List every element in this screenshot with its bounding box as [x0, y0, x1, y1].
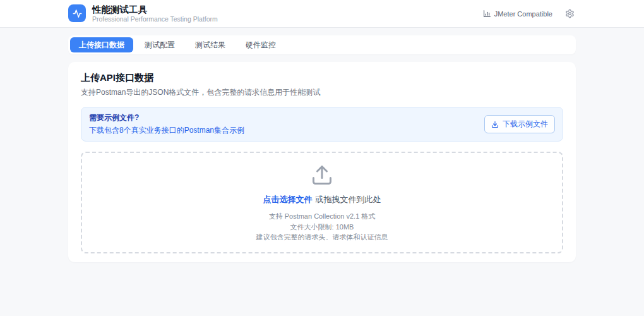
main-content: 上传接口数据 测试配置 测试结果 硬件监控 上传API接口数据 支持Postma… — [68, 28, 576, 262]
file-dropzone[interactable]: 点击选择文件或拖拽文件到此处 支持 Postman Collection v2.… — [81, 152, 563, 253]
download-button-label: 下载示例文件 — [503, 119, 548, 130]
brand: 性能测试工具 Professional Performance Testing … — [68, 4, 218, 23]
upload-card: 上传API接口数据 支持Postman导出的JSON格式文件，包含完整的请求信息… — [68, 62, 576, 262]
app-header: 性能测试工具 Professional Performance Testing … — [0, 0, 644, 28]
sample-question: 需要示例文件? — [89, 112, 244, 123]
tab-upload-api-data[interactable]: 上传接口数据 — [70, 37, 133, 52]
upload-icon — [88, 164, 556, 189]
hint-size: 文件大小限制: 10MB — [88, 222, 556, 233]
tab-test-results[interactable]: 测试结果 — [186, 37, 234, 52]
app-logo — [68, 4, 86, 22]
sample-subtitle: 下载包含8个真实业务接口的Postman集合示例 — [89, 125, 244, 136]
gear-icon — [565, 9, 575, 18]
dropzone-main-text: 点击选择文件或拖拽文件到此处 — [88, 194, 556, 205]
app-subtitle: Professional Performance Testing Platfor… — [92, 15, 218, 23]
card-title: 上传API接口数据 — [81, 72, 563, 84]
header-right: JMeter Compatible — [483, 8, 576, 20]
jmeter-compatible-badge: JMeter Compatible — [483, 9, 552, 18]
settings-button[interactable] — [564, 8, 576, 20]
tab-bar: 上传接口数据 测试配置 测试结果 硬件监控 — [68, 35, 576, 54]
dropzone-hints: 支持 Postman Collection v2.1 格式 文件大小限制: 10… — [88, 211, 556, 243]
bar-chart-icon — [483, 9, 491, 18]
sample-file-banner: 需要示例文件? 下载包含8个真实业务接口的Postman集合示例 下载示例文件 — [81, 107, 563, 142]
sample-file-text: 需要示例文件? 下载包含8个真实业务接口的Postman集合示例 — [89, 112, 244, 136]
download-icon — [491, 121, 499, 128]
app-title: 性能测试工具 — [92, 4, 218, 15]
brand-text: 性能测试工具 Professional Performance Testing … — [92, 4, 218, 23]
activity-pulse-icon — [73, 9, 82, 18]
tab-test-config[interactable]: 测试配置 — [136, 37, 184, 52]
choose-file-link[interactable]: 点击选择文件 — [263, 195, 313, 204]
hint-format: 支持 Postman Collection v2.1 格式 — [88, 211, 556, 222]
download-sample-button[interactable]: 下载示例文件 — [484, 115, 555, 133]
hint-content: 建议包含完整的请求头、请求体和认证信息 — [88, 232, 556, 243]
jmeter-badge-label: JMeter Compatible — [494, 10, 552, 18]
card-description: 支持Postman导出的JSON格式文件，包含完整的请求信息用于性能测试 — [81, 87, 563, 98]
tab-hardware-monitor[interactable]: 硬件监控 — [237, 37, 285, 52]
drag-hint-text: 或拖拽文件到此处 — [316, 195, 381, 204]
